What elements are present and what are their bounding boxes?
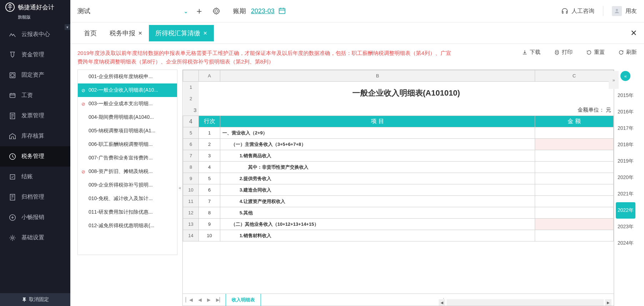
col-header-b[interactable]: B	[220, 70, 535, 82]
cell-seq[interactable]: 8	[199, 207, 220, 219]
cell-item[interactable]: 2.提供劳务收入	[220, 173, 535, 184]
year-item[interactable]: 2018年	[616, 137, 635, 153]
form-list-item[interactable]: 006-职工薪酬纳税调整明细...	[78, 138, 177, 151]
row-header[interactable]: 11	[183, 196, 199, 207]
nav-item-4[interactable]: 发票管理	[0, 106, 70, 126]
download-button[interactable]: 下载	[522, 49, 540, 56]
nav-item-3[interactable]: 工资	[0, 85, 70, 106]
period-value[interactable]: 2023-03	[251, 7, 275, 15]
year-item[interactable]: 2019年	[616, 153, 635, 169]
nav-item-9[interactable]: 小畅报销	[0, 207, 70, 228]
row-header[interactable]: 10	[183, 184, 199, 196]
form-list-item[interactable]: 011-研发费用加计扣除优惠...	[78, 205, 177, 219]
form-list-item[interactable]: ⊘002-一般企业收入明细表(A10...	[78, 83, 177, 97]
year-item[interactable]: 2024年	[616, 235, 635, 251]
cell-seq[interactable]: 7	[199, 196, 220, 207]
cell-amount[interactable]	[535, 184, 614, 196]
splitter-collapse[interactable]: «	[177, 70, 182, 306]
col-header-c[interactable]: C	[535, 70, 614, 82]
cell-seq[interactable]: 2	[199, 139, 220, 150]
horizontal-scrollbar[interactable]: ◀▶	[439, 299, 612, 306]
cell-seq[interactable]: 1	[199, 127, 220, 139]
year-item[interactable]: 2023年	[616, 219, 635, 235]
cell-amount[interactable]	[535, 162, 614, 173]
row-header[interactable]: 14	[183, 230, 199, 241]
cell-item[interactable]: 1.销售材料收入	[220, 230, 535, 241]
company-dropdown[interactable]: 测试 ⌄	[77, 7, 188, 15]
form-list-item[interactable]: 001-企业所得税年度纳税申...	[78, 70, 177, 83]
row-header[interactable]: 5	[183, 127, 199, 139]
year-item[interactable]: 2021年	[616, 186, 635, 202]
form-list-item[interactable]: 012-减免所得税优惠明细表(...	[78, 219, 177, 233]
cell-amount[interactable]	[535, 139, 614, 150]
cell-amount[interactable]	[535, 230, 614, 241]
corner-cell[interactable]	[183, 70, 199, 82]
nav-item-10[interactable]: 基础设置	[0, 228, 70, 248]
cell-item[interactable]: （二）其他业务收入（10+12+13+14+15）	[220, 219, 535, 230]
form-list-item[interactable]: 007-广告费和业务宣传费跨...	[78, 151, 177, 165]
nav-item-8[interactable]: 归档管理	[0, 187, 70, 207]
rail-expand-toggle[interactable]: »	[609, 71, 619, 89]
cell-item[interactable]: 5.其他	[220, 207, 535, 219]
form-list-item[interactable]: 009-企业所得税弥补亏损明...	[78, 178, 177, 192]
cell-amount[interactable]	[535, 173, 614, 184]
cell-seq[interactable]: 4	[199, 162, 220, 173]
cell-item[interactable]: 4.让渡资产使用权收入	[220, 196, 535, 207]
cell-amount[interactable]	[535, 150, 614, 162]
form-list-item[interactable]: 010-免税、减计收入及加计...	[78, 192, 177, 205]
tab-1[interactable]: 税务申报✕	[103, 25, 149, 41]
rail-collapse-toggle[interactable]: «	[620, 71, 630, 81]
close-all-tabs[interactable]: ✕	[630, 29, 637, 38]
tab-2[interactable]: 所得税汇算清缴✕	[149, 25, 214, 41]
calendar-icon[interactable]	[278, 7, 286, 16]
cell-amount[interactable]	[535, 219, 614, 230]
cell-seq[interactable]: 3	[199, 150, 220, 162]
settings-button[interactable]	[210, 5, 222, 17]
year-item[interactable]: 2022年	[616, 202, 635, 219]
row-header[interactable]: 6	[183, 139, 199, 150]
year-item[interactable]: 2016年	[616, 104, 635, 120]
cell-item[interactable]: 其中：非货币性资产交换收入	[220, 162, 535, 173]
tab-close-icon[interactable]: ✕	[203, 30, 207, 36]
row-header[interactable]: 13	[183, 219, 199, 230]
row-header[interactable]: 8	[183, 162, 199, 173]
cell-item[interactable]: 1.销售商品收入	[220, 150, 535, 162]
sheet-pager[interactable]: ▏◀◀▶▶▏	[183, 297, 226, 302]
tab-0[interactable]: 首页	[77, 25, 103, 41]
form-list-item[interactable]: ⊘003-一般企业成本支出明细...	[78, 97, 177, 111]
year-item[interactable]: 2017年	[616, 120, 635, 137]
reset-button[interactable]: 重置	[586, 49, 605, 56]
nav-item-6[interactable]: 税务管理	[0, 146, 70, 167]
nav-item-7[interactable]: 结账	[0, 167, 70, 187]
nav-item-1[interactable]: 资金管理	[0, 45, 70, 65]
row-header[interactable]: 4	[183, 116, 199, 127]
cell-seq[interactable]: 10	[199, 230, 220, 241]
add-button[interactable]: +	[193, 5, 205, 17]
form-list-item[interactable]: ⊘008-资产折旧、摊销及纳税...	[78, 165, 177, 178]
cell-seq[interactable]: 6	[199, 184, 220, 196]
row-header[interactable]: 1	[183, 82, 199, 93]
row-header[interactable]: 3	[183, 104, 199, 116]
support-link[interactable]: 人工咨询	[561, 7, 594, 15]
form-list-item[interactable]: 004-期间费用明细表(A1040...	[78, 111, 177, 124]
cell-amount[interactable]	[535, 127, 614, 139]
print-button[interactable]: 打印	[554, 49, 573, 56]
unpin-sidebar-button[interactable]: 取消固定	[0, 293, 70, 306]
cell-item[interactable]: 一、营业收入（2+9）	[220, 127, 535, 139]
nav-item-2[interactable]: 固定资产	[0, 65, 70, 85]
col-header-a[interactable]: A	[199, 70, 220, 82]
row-header[interactable]: 12	[183, 207, 199, 219]
year-item[interactable]: 2015年	[616, 87, 635, 104]
row-header[interactable]: 7	[183, 150, 199, 162]
year-item[interactable]: 2020年	[616, 169, 635, 186]
form-list-item[interactable]: 005-纳税调整项目明细表(A1...	[78, 124, 177, 138]
nav-item-0[interactable]: 云报表中心	[0, 24, 70, 45]
sheet-tab[interactable]: 收入明细表	[226, 294, 261, 306]
cell-seq[interactable]: 9	[199, 219, 220, 230]
user-menu[interactable]: 用友	[612, 6, 637, 16]
row-header[interactable]: 2	[183, 93, 199, 104]
tab-close-icon[interactable]: ✕	[138, 30, 142, 36]
refresh-button[interactable]: 刷新	[618, 49, 637, 56]
cell-amount[interactable]	[535, 196, 614, 207]
row-header[interactable]: 9	[183, 173, 199, 184]
